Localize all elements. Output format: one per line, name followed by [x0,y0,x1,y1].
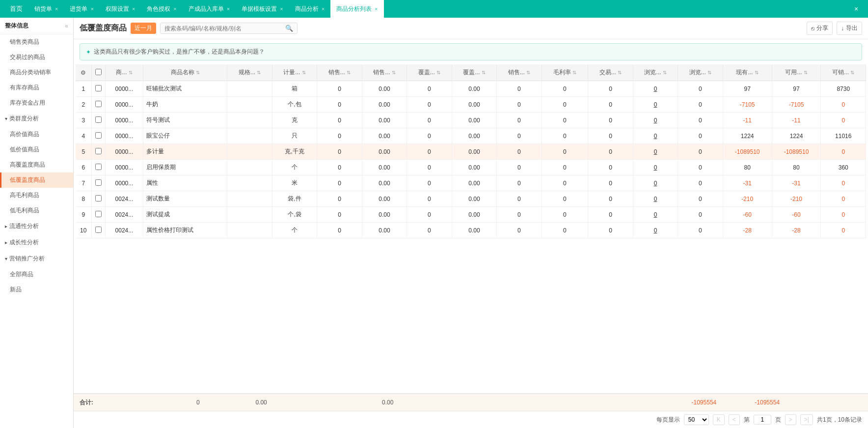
sidebar-item-capital[interactable]: 库存资金占用 [0,95,73,111]
close-permissions-tab[interactable]: × [132,6,135,12]
sidebar-item-high-value[interactable]: 高价值商品 [0,127,73,142]
th-name-label: 商品名称 [171,69,194,76]
flow-section-label: 流通性分析 [9,222,39,230]
th-spec[interactable]: 规格... ⇅ [227,64,272,81]
sidebar-item-high-coverage[interactable]: 高覆盖度商品 [0,157,73,172]
row-select-checkbox[interactable] [95,179,102,186]
row-checkbox[interactable] [91,207,105,223]
close-analysis-list-tab[interactable]: × [375,6,378,12]
row-select-checkbox[interactable] [95,132,102,139]
next-page-button[interactable]: > [785,414,796,425]
sidebar-collapse-btn[interactable]: « [65,23,68,29]
sidebar-item-all-goods[interactable]: 全部商品 [0,267,73,282]
row-cover2: 0.00 [452,207,496,223]
table-wrapper[interactable]: ⚙ 商... ⇅ 商品名称 ⇅ [74,64,868,393]
th-browse1[interactable]: 浏览... ⇅ [633,64,678,81]
row-select-checkbox[interactable] [95,101,102,107]
th-available[interactable]: 可用... ⇅ [772,64,821,81]
sidebar-item-traded-goods[interactable]: 交易过的商品 [0,50,73,65]
table-row: 80024...测试数量袋,件00.0000.0000000-210-2100 [76,191,866,207]
row-select-checkbox[interactable] [95,148,102,154]
close-purchase-tab[interactable]: × [90,6,93,12]
close-roles-tab[interactable]: × [173,6,176,12]
sidebar-item-high-margin[interactable]: 高毛利商品 [0,188,73,203]
nav-template[interactable]: 单据模板设置 × [236,0,289,18]
sidebar-item-low-coverage[interactable]: 低覆盖度商品 [0,172,73,188]
close-analysis-tab[interactable]: × [322,6,325,12]
row-checkbox[interactable] [91,160,105,175]
last-page-button[interactable]: >| [800,414,813,425]
close-product-entry-tab[interactable]: × [227,6,230,12]
row-sales3: 0 [497,81,542,97]
first-page-button[interactable]: K [713,414,725,425]
th-cover2[interactable]: 覆盖... ⇅ [452,64,496,81]
sidebar-item-stocked-goods[interactable]: 有库存商品 [0,80,73,95]
nav-analysis-list[interactable]: 商品分析列表 × [330,0,383,18]
th-settings[interactable]: ⚙ [76,64,91,81]
sidebar-section-cluster[interactable]: ▾ 类群度分析 [0,111,73,127]
row-select-checkbox[interactable] [95,116,102,123]
row-checkbox[interactable] [91,113,105,128]
row-unit: 米 [272,175,317,191]
sidebar-item-sales-goods[interactable]: 销售类商品 [0,34,73,50]
row-index: 4 [76,128,91,144]
th-cover1[interactable]: 覆盖... ⇅ [407,64,452,81]
sidebar-item-category-rate[interactable]: 商品分类动销率 [0,65,73,80]
share-button[interactable]: ⎋ 分享 [807,22,833,35]
row-checkbox[interactable] [91,223,105,238]
row-select-checkbox[interactable] [95,164,102,170]
page-size-select[interactable]: 50 20 100 200 [684,414,709,425]
row-spec [227,223,272,238]
th-sales2[interactable]: 销售... ⇅ [362,64,407,81]
window-close-button[interactable]: × [848,0,864,18]
th-checkbox[interactable] [91,64,105,81]
row-checkbox[interactable] [91,81,105,97]
nav-product-analysis[interactable]: 商品分析 × [289,0,330,18]
sort-cover1-icon: ⇅ [436,70,440,75]
row-select-checkbox[interactable] [95,227,102,233]
th-saleable[interactable]: 可销... ⇅ [821,64,866,81]
nav-sales[interactable]: 销货单 × [28,0,64,18]
th-unit[interactable]: 计量... ⇅ [272,64,317,81]
row-browse2: 0 [678,144,723,160]
nav-home[interactable]: 首页 [4,0,28,18]
nav-roles[interactable]: 角色授权 × [141,0,182,18]
sidebar-section-marketing[interactable]: ▾ 营销推广分析 [0,251,73,267]
row-select-checkbox[interactable] [95,195,102,201]
search-input[interactable] [164,25,285,32]
sidebar-item-new-goods[interactable]: 新品 [0,282,73,297]
export-button[interactable]: ↓ 导出 [837,22,862,35]
nav-purchase[interactable]: 进货单 × [64,0,99,18]
settings-icon[interactable]: ⚙ [81,69,86,76]
row-checkbox[interactable] [91,128,105,144]
th-code[interactable]: 商... ⇅ [105,64,143,81]
sidebar-section-flow[interactable]: ▸ 流通性分析 [0,218,73,234]
time-filter-button[interactable]: 近一月 [131,23,156,34]
row-checkbox[interactable] [91,97,105,113]
row-cover2: 0.00 [452,113,496,128]
th-trade[interactable]: 交易... ⇅ [588,64,633,81]
row-select-checkbox[interactable] [95,85,102,91]
th-current[interactable]: 现有... ⇅ [723,64,772,81]
row-checkbox[interactable] [91,191,105,207]
sidebar-section-growth[interactable]: ▸ 成长性分析 [0,234,73,251]
th-name[interactable]: 商品名称 ⇅ [143,64,227,81]
page-number-input[interactable] [754,415,771,425]
close-template-tab[interactable]: × [280,6,283,12]
row-select-checkbox[interactable] [95,211,102,217]
sidebar-item-low-margin[interactable]: 低毛利商品 [0,203,73,218]
sidebar-item-low-value[interactable]: 低价值商品 [0,142,73,157]
th-sales3[interactable]: 销售... ⇅ [497,64,542,81]
th-gross[interactable]: 毛利率 ⇅ [542,64,588,81]
row-cover2: 0.00 [452,223,496,238]
row-browse2: 0 [678,81,723,97]
th-browse2[interactable]: 浏览... ⇅ [678,64,723,81]
row-checkbox[interactable] [91,144,105,160]
th-sales1[interactable]: 销售... ⇅ [317,64,362,81]
nav-permissions[interactable]: 权限设置 × [100,0,141,18]
prev-page-button[interactable]: < [729,414,740,425]
select-all-checkbox[interactable] [95,69,102,75]
row-checkbox[interactable] [91,175,105,191]
nav-product-entry[interactable]: 产成品入库单 × [183,0,236,18]
close-sales-tab[interactable]: × [55,6,58,12]
